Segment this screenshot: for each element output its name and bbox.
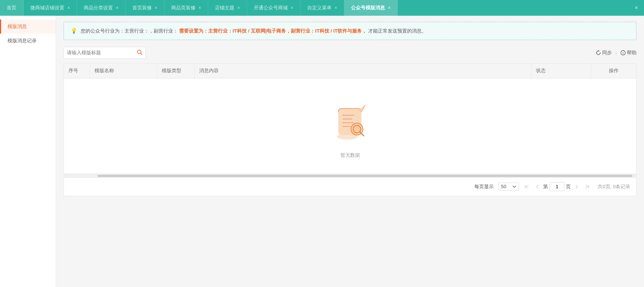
per-page-select[interactable]: 50 bbox=[498, 183, 519, 190]
tab-home-label: 首页 bbox=[7, 4, 16, 11]
prev-page-icon bbox=[535, 184, 539, 189]
sidebar: 模版消息 模版消息记录 bbox=[0, 16, 56, 287]
table-header: 序号 模版名称 模版类型 消息内容 状态 操作 bbox=[64, 64, 636, 79]
sidebar-item-template-msg[interactable]: 模版消息 bbox=[0, 19, 56, 34]
page-number-input[interactable] bbox=[549, 182, 564, 191]
toolbar-divider: | bbox=[616, 50, 617, 55]
tab-product-decor-close[interactable]: × bbox=[198, 5, 201, 10]
page-label: 第 bbox=[543, 183, 548, 190]
tab-shop-setting-close[interactable]: × bbox=[67, 5, 70, 10]
next-page-button[interactable] bbox=[572, 182, 581, 191]
th-action: 操作 bbox=[591, 64, 636, 78]
data-table: 序号 模版名称 模版类型 消息内容 状态 操作 bbox=[64, 63, 637, 196]
help-button[interactable]: ? 帮助 bbox=[620, 49, 637, 56]
scrollbar-thumb[interactable] bbox=[98, 175, 632, 177]
th-seq-label: 序号 bbox=[68, 67, 78, 74]
tab-shop-theme-label: 店铺主题 bbox=[215, 4, 234, 11]
tab-open-mall-label: 开通公众号商城 bbox=[254, 4, 288, 11]
tab-product-decor-label: 商品页装修 bbox=[171, 4, 195, 11]
sync-button[interactable]: 同步 bbox=[596, 49, 612, 56]
search-bar: 同步 | ? 帮助 bbox=[64, 47, 637, 59]
tab-shop-theme[interactable]: 店铺主题 × bbox=[208, 0, 247, 16]
sidebar-item-template-msg-record-label: 模版消息记录 bbox=[7, 38, 37, 43]
sidebar-item-template-msg-record[interactable]: 模版消息记录 bbox=[0, 34, 56, 48]
tab-bar: 首页 微商城店铺设置 × 商品分类设置 × 首页装修 × 商品页装修 × 店铺主… bbox=[0, 0, 644, 16]
tab-template-msg-close[interactable]: × bbox=[388, 5, 391, 10]
tab-home-decor-close[interactable]: × bbox=[155, 5, 157, 10]
th-type: 模版类型 bbox=[157, 64, 195, 78]
th-status-label: 状态 bbox=[536, 67, 546, 74]
search-input[interactable] bbox=[67, 50, 137, 55]
tab-category-setting-close[interactable]: × bbox=[116, 5, 118, 10]
last-page-icon bbox=[585, 184, 589, 189]
first-page-button[interactable] bbox=[522, 182, 531, 191]
help-label: 帮助 bbox=[627, 49, 637, 56]
tab-open-mall-close[interactable]: × bbox=[291, 5, 293, 10]
pagination: 每页显示 50 bbox=[64, 177, 636, 196]
per-page-value: 50 bbox=[501, 184, 506, 189]
prev-page-button[interactable] bbox=[533, 182, 542, 191]
tab-custom-menu-close[interactable]: × bbox=[335, 5, 337, 10]
page-input-wrap: 第 页 bbox=[543, 182, 571, 191]
total-info: 共0页, 0条记录 bbox=[598, 183, 630, 190]
tab-template-msg-label: 公众号模版消息 bbox=[351, 4, 385, 11]
page-nav: 第 页 bbox=[522, 182, 592, 191]
notice-icon: 💡 bbox=[71, 28, 77, 34]
empty-icon bbox=[328, 101, 373, 146]
tab-shop-setting-label: 微商城店铺设置 bbox=[30, 4, 64, 11]
tab-home[interactable]: 首页 bbox=[0, 0, 24, 16]
next-page-icon bbox=[574, 184, 579, 189]
tab-template-msg[interactable]: 公众号模版消息 × bbox=[344, 0, 398, 16]
th-action-label: 操作 bbox=[609, 67, 619, 74]
th-type-label: 模版类型 bbox=[162, 67, 181, 74]
notice-text-after: 才能正常发送预置的消息。 bbox=[368, 28, 426, 34]
tab-product-decor[interactable]: 商品页装修 × bbox=[164, 0, 208, 16]
tab-custom-menu[interactable]: 自定义菜单 × bbox=[301, 0, 344, 16]
per-page-label: 每页显示 bbox=[474, 183, 494, 190]
tab-home-decor[interactable]: 首页装修 × bbox=[126, 0, 164, 16]
page-unit: 页 bbox=[566, 183, 571, 190]
close-all-icon: × bbox=[635, 4, 638, 11]
tab-category-setting-label: 商品分类设置 bbox=[84, 4, 113, 11]
tab-shop-theme-close[interactable]: × bbox=[237, 5, 240, 10]
chevron-down-icon bbox=[512, 184, 517, 189]
notice-box: 💡 您的公众号行业为：主营行业：，副营行业： 需要设置为：主营行业：IT科技 /… bbox=[64, 22, 637, 40]
last-page-button[interactable] bbox=[583, 182, 592, 191]
th-content-label: 消息内容 bbox=[199, 67, 219, 74]
th-seq: 序号 bbox=[64, 64, 90, 78]
tab-shop-setting[interactable]: 微商城店铺设置 × bbox=[24, 0, 77, 16]
search-button[interactable] bbox=[137, 49, 142, 56]
close-all-button[interactable]: × bbox=[629, 0, 644, 16]
svg-text:?: ? bbox=[622, 51, 624, 55]
horizontal-scrollbar[interactable] bbox=[64, 174, 636, 177]
empty-state: 暂无数据 bbox=[64, 79, 636, 174]
first-page-icon bbox=[524, 184, 529, 189]
th-status: 状态 bbox=[531, 64, 591, 78]
th-name: 模版名称 bbox=[90, 64, 157, 78]
tab-custom-menu-label: 自定义菜单 bbox=[307, 4, 332, 11]
sync-label: 同步 bbox=[602, 49, 612, 56]
search-input-wrap bbox=[64, 47, 146, 59]
empty-text: 暂无数据 bbox=[341, 152, 360, 159]
svg-line-1 bbox=[141, 53, 142, 55]
sync-icon bbox=[596, 50, 601, 55]
notice-text-before: 您的公众号行业为：主营行业：，副营行业： bbox=[81, 28, 178, 34]
notice-highlight: 需要设置为：主营行业：IT科技 / 互联网|电子商务，副营行业：IT科技 / I… bbox=[179, 28, 367, 34]
svg-line-11 bbox=[360, 132, 364, 136]
toolbar-right: 同步 | ? 帮助 bbox=[596, 49, 637, 56]
search-icon bbox=[137, 49, 142, 55]
sidebar-item-template-msg-label: 模版消息 bbox=[7, 24, 27, 29]
help-icon: ? bbox=[620, 50, 626, 55]
tab-open-mall[interactable]: 开通公众号商城 × bbox=[247, 0, 301, 16]
main-layout: 模版消息 模版消息记录 💡 您的公众号行业为：主营行业：，副营行业： 需要设置为… bbox=[0, 16, 644, 287]
th-name-label: 模版名称 bbox=[95, 67, 114, 74]
main-content: 💡 您的公众号行业为：主营行业：，副营行业： 需要设置为：主营行业：IT科技 /… bbox=[56, 16, 644, 287]
th-content: 消息内容 bbox=[195, 64, 531, 78]
tab-home-decor-label: 首页装修 bbox=[132, 4, 152, 11]
tab-category-setting[interactable]: 商品分类设置 × bbox=[77, 0, 126, 16]
